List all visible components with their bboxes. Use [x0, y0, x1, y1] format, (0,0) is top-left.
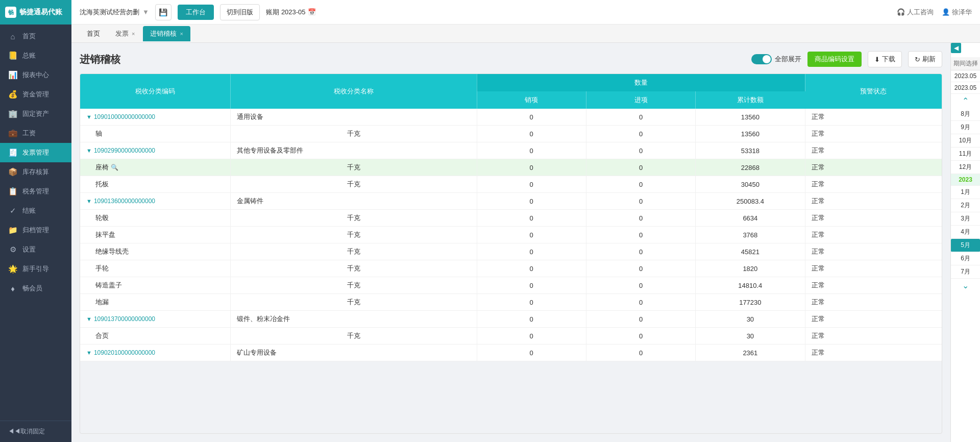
td-status: 正常 — [805, 260, 942, 277]
period-nav-down[interactable]: ⌄ — [951, 279, 980, 292]
logo-icon: 畅 — [5, 7, 16, 18]
td-status: 正常 — [805, 311, 942, 328]
table-row[interactable]: 合页 千克 0 0 30 正常 — [80, 328, 942, 345]
download-btn[interactable]: ⬇ 下载 — [868, 51, 902, 67]
period-month-3[interactable]: 3月 — [951, 212, 980, 226]
period-nav-up[interactable]: ⌃ — [951, 94, 980, 108]
sidebar-item-home[interactable]: ⌂ 首页 — [0, 27, 71, 46]
td-sales: 0 — [477, 311, 586, 328]
workbench-button[interactable]: 工作台 — [178, 5, 214, 20]
td-name: 轴 — [80, 126, 231, 142]
table-row[interactable]: ▼109010000000000000 通用设备 0 0 13560 正常 — [80, 109, 942, 126]
td-status: 正常 — [805, 126, 942, 142]
td-sales: 0 — [477, 345, 586, 361]
table-row[interactable]: ▼109013700000000000 锻件、粉末冶金件 0 0 30 正常 — [80, 311, 942, 328]
product-code-btn[interactable]: 商品编码设置 — [807, 52, 862, 67]
period-month-5[interactable]: 5月 — [951, 239, 980, 252]
period-year-2023-1[interactable]: 2023.05 — [951, 70, 980, 82]
period-month-6[interactable]: 6月 — [951, 252, 980, 265]
sidebar-item-ledger[interactable]: 📒 总账 — [0, 46, 71, 65]
sidebar-item-funds[interactable]: 💰 资金管理 — [0, 85, 71, 104]
sidebar-item-member[interactable]: ♦ 畅会员 — [0, 279, 71, 298]
sidebar-item-label: 归档管理 — [22, 226, 49, 235]
tab-invoice-close[interactable]: × — [132, 31, 135, 37]
sidebar-item-settings[interactable]: ⚙ 设置 — [0, 240, 71, 259]
user-button[interactable]: 👤 徐泽华 — [942, 8, 972, 17]
sidebar-item-label: 税务管理 — [22, 187, 49, 196]
sidebar-item-reports[interactable]: 📊 报表中心 — [0, 65, 71, 85]
table-row[interactable]: ▼109020100000000000 矿山专用设备 0 0 2361 正常 — [80, 345, 942, 361]
td-name: 绝缘导线壳 — [80, 243, 231, 260]
company-selector[interactable]: 沈海英测试经营勿删 ▼ — [80, 8, 149, 17]
td-sales: 0 — [477, 142, 586, 159]
sidebar-item-tax[interactable]: 📋 税务管理 — [0, 182, 71, 201]
table-row[interactable]: 铸造盖子 千克 0 0 14810.4 正常 — [80, 277, 942, 294]
period-month-11[interactable]: 11月 — [951, 148, 980, 161]
sidebar-item-label: 报表中心 — [22, 70, 49, 80]
tab-invoice[interactable]: 发票 × — [108, 26, 142, 41]
help-button[interactable]: 🎧 人工咨询 — [897, 8, 934, 17]
table-row[interactable]: 轮毂 千克 0 0 6634 正常 — [80, 210, 942, 227]
td-unit: 千克 — [231, 260, 477, 277]
sidebar-item-invoice[interactable]: 🧾 发票管理 — [0, 143, 71, 162]
td-purchase: 0 — [586, 260, 695, 277]
sidebar-nav: ⌂ 首页 📒 总账 📊 报表中心 💰 资金管理 🏢 固定资产 💼 工资 🧾 发票… — [0, 24, 71, 421]
table-row[interactable]: 轴 千克 0 0 13560 正常 — [80, 126, 942, 142]
tab-home-label: 首页 — [87, 29, 100, 38]
switch-version-button[interactable]: 切到旧版 — [220, 4, 260, 20]
sidebar-item-assets[interactable]: 🏢 固定资产 — [0, 104, 71, 124]
td-sales: 0 — [477, 176, 586, 193]
tab-reconcile[interactable]: 进销稽核 × — [143, 26, 190, 41]
td-total: 30450 — [696, 176, 805, 193]
table-row[interactable]: 抹平盘 千克 0 0 3768 正常 — [80, 227, 942, 243]
period-month-2[interactable]: 2月 — [951, 199, 980, 212]
period-year-2023[interactable]: 2023 — [951, 174, 980, 186]
td-code: ▼109020100000000000 — [80, 345, 231, 361]
table-row[interactable]: ▼109013600000000000 金属铸件 0 0 250083.4 正常 — [80, 193, 942, 210]
sidebar-item-salary[interactable]: 💼 工资 — [0, 124, 71, 143]
sidebar-item-label: 发票管理 — [22, 148, 49, 157]
sidebar-item-settle[interactable]: ✓ 结账 — [0, 201, 71, 220]
panel-collapse-btn[interactable]: ◀ — [951, 43, 961, 53]
content-area: 进销稽核 全部展开 商品编码设置 ⬇ 下载 ↻ 刷新 — [71, 43, 980, 442]
td-unit: 千克 — [231, 243, 477, 260]
table-row[interactable]: ▼109029900000000000 其他专用设备及零部件 0 0 53318… — [80, 142, 942, 159]
sidebar-item-inventory[interactable]: 📦 库存核算 — [0, 162, 71, 182]
period-month-1[interactable]: 1月 — [951, 186, 980, 199]
period-month-9[interactable]: 9月 — [951, 121, 980, 134]
period-month-12[interactable]: 12月 — [951, 161, 980, 174]
sidebar-item-archive[interactable]: 📁 归档管理 — [0, 220, 71, 240]
period-month-10[interactable]: 10月 — [951, 134, 980, 148]
sidebar-item-guide[interactable]: 🌟 新手引导 — [0, 259, 71, 279]
table-row[interactable]: 绝缘导线壳 千克 0 0 45821 正常 — [80, 243, 942, 260]
th-tax-name: 税收分类名称 — [231, 74, 477, 109]
tab-reconcile-close[interactable]: × — [180, 31, 183, 37]
td-code: ▼109013700000000000 — [80, 311, 231, 328]
table-row[interactable]: 座椅 🔍 千克 0 0 22868 正常 — [80, 159, 942, 176]
period-month-7[interactable]: 7月 — [951, 265, 980, 279]
save-icon-btn[interactable]: 💾 — [155, 4, 172, 20]
page-title: 进销稽核 — [80, 53, 120, 66]
td-name: 其他专用设备及零部件 — [231, 142, 477, 159]
period-month-8[interactable]: 8月 — [951, 108, 980, 121]
company-dropdown-icon[interactable]: ▼ — [142, 8, 149, 16]
table-row[interactable]: 手轮 千克 0 0 1820 正常 — [80, 260, 942, 277]
td-purchase: 0 — [586, 193, 695, 210]
calendar-icon[interactable]: 📅 — [308, 8, 316, 16]
td-purchase: 0 — [586, 227, 695, 243]
data-table-container: 税收分类编码 税收分类名称 数量 预警状态 销项 进项 累计数额 — [80, 73, 942, 434]
refresh-btn[interactable]: ↻ 刷新 — [908, 51, 942, 67]
company-name: 沈海英测试经营勿删 — [80, 8, 139, 17]
table-row[interactable]: 托板 千克 0 0 30450 正常 — [80, 176, 942, 193]
topbar-right: 🎧 人工咨询 👤 徐泽华 — [897, 8, 972, 17]
period-month-4[interactable]: 4月 — [951, 226, 980, 239]
td-unit: 千克 — [231, 227, 477, 243]
period-year-2023-2[interactable]: 2023.05 — [951, 82, 980, 94]
td-sales: 0 — [477, 126, 586, 142]
tab-home[interactable]: 首页 — [80, 26, 107, 41]
table-row[interactable]: 地漏 千克 0 0 177230 正常 — [80, 294, 942, 311]
td-purchase: 0 — [586, 176, 695, 193]
sidebar-footer-toggle[interactable]: ◀◀取消固定 — [0, 421, 71, 442]
td-sales: 0 — [477, 243, 586, 260]
toggle-expand-switch[interactable] — [751, 54, 772, 64]
